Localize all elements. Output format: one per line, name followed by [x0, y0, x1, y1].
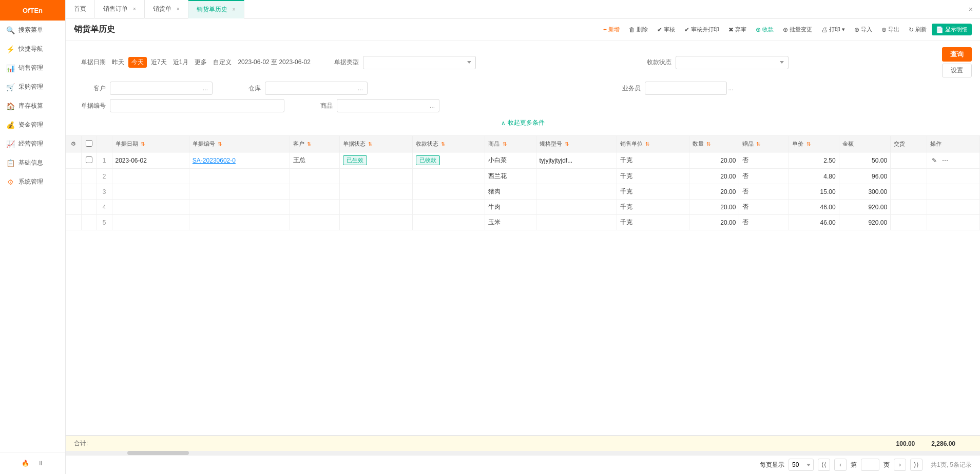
goods-ellipsis[interactable]: ... — [430, 102, 435, 109]
page-number-input[interactable]: 1 — [861, 459, 879, 471]
shortcut-custom[interactable]: 自定义 — [211, 57, 234, 68]
search-menu-icon: 🔍 — [6, 26, 14, 34]
sidebar-item-quick-nav[interactable]: ⚡ 快捷导航 — [0, 40, 65, 58]
select-all-checkbox[interactable] — [86, 140, 92, 147]
collect-button[interactable]: ⊕ 收款 — [752, 24, 778, 35]
col-pay-status[interactable]: 收款状态 ⇅ — [412, 136, 485, 152]
sidebar-item-base-info[interactable]: 📋 基础信息 — [0, 153, 65, 172]
salesperson-input[interactable] — [649, 85, 726, 92]
sidebar-item-sales-mgmt[interactable]: 📊 销售管理 — [0, 58, 65, 77]
doc-no-link[interactable]: SA-20230602-0 — [193, 157, 236, 164]
customer-ellipsis[interactable]: ... — [203, 85, 208, 92]
sidebar-item-sys-mgmt[interactable]: ⚙ 系统管理 — [0, 172, 65, 191]
col-gift[interactable]: 赠品 ⇅ — [739, 136, 789, 152]
filter-more[interactable]: ∧ 收起更多条件 — [74, 116, 972, 129]
shortcut-1month[interactable]: 近1月 — [171, 57, 191, 68]
row-checkbox-cell[interactable] — [81, 184, 97, 200]
tab-sales-history-close[interactable]: × — [233, 7, 236, 12]
row-doc-status-cell — [340, 215, 413, 230]
sidebar-item-search-menu[interactable]: 🔍 搜索菜单 — [0, 21, 65, 40]
customer-input[interactable] — [114, 85, 201, 92]
row-customer-cell — [290, 215, 340, 230]
new-button[interactable]: + 新增 — [599, 24, 624, 35]
col-checkbox[interactable] — [81, 136, 97, 152]
sidebar-item-finance-mgmt[interactable]: 💰 资金管理 — [0, 115, 65, 134]
audit-button[interactable]: ✔ 审核 — [653, 24, 679, 35]
row-amount-cell: 96.00 — [839, 169, 890, 184]
pay-status-select[interactable] — [676, 56, 789, 69]
audit-print-button[interactable]: ✔ 审核并打印 — [680, 24, 723, 35]
next-page-button[interactable]: › — [894, 459, 906, 471]
set-button[interactable]: 设置 — [942, 64, 972, 77]
row-doc-status-cell — [340, 184, 413, 200]
row-checkbox-cell[interactable] — [81, 169, 97, 184]
first-page-button[interactable]: ⟨⟨ — [818, 459, 830, 471]
warehouse-ellipsis[interactable]: ... — [358, 85, 363, 92]
show-detail-button[interactable]: 📄 显示明细 — [932, 24, 972, 35]
prev-page-button[interactable]: ‹ — [834, 459, 847, 471]
col-unit[interactable]: 销售单位 ⇅ — [617, 136, 689, 152]
import-button[interactable]: ⊕ 导入 — [850, 24, 876, 35]
tab-sales-order[interactable]: 销售订单 × — [95, 0, 145, 18]
shortcut-more[interactable]: 更多 — [193, 57, 209, 68]
pay-status-filter-group: 收款状态 — [640, 56, 936, 69]
row-checkbox-cell[interactable] — [81, 152, 97, 169]
sidebar-item-purchase-mgmt[interactable]: 🛒 采购管理 — [0, 77, 65, 96]
col-doc-date[interactable]: 单据日期 ⇅ — [112, 136, 189, 152]
tab-sales-delivery[interactable]: 销货单 × — [145, 0, 188, 18]
sidebar-item-ops-mgmt[interactable]: 📈 经营管理 — [0, 134, 65, 153]
shortcut-today[interactable]: 今天 — [128, 57, 147, 68]
row-num-cell: 1 — [97, 152, 112, 169]
row-customer-cell — [290, 184, 340, 200]
col-row-no — [97, 136, 112, 152]
export-button[interactable]: ⊕ 导出 — [877, 24, 904, 35]
col-settings[interactable]: ⚙ — [66, 136, 81, 152]
row-checkbox[interactable] — [86, 156, 92, 163]
col-doc-status[interactable]: 单据状态 ⇅ — [340, 136, 413, 152]
shortcut-yesterday[interactable]: 昨天 — [110, 57, 126, 68]
tab-home[interactable]: 首页 — [66, 0, 95, 18]
sidebar-pause-icon[interactable]: ⏸ — [37, 460, 44, 467]
row-checkbox-cell[interactable] — [81, 200, 97, 215]
chevron-up-icon: ∧ — [501, 120, 506, 127]
refresh-button[interactable]: ↻ 刷新 — [905, 24, 931, 35]
col-pay-status-label: 收款状态 — [416, 141, 438, 147]
col-spec[interactable]: 规格型号 ⇅ — [536, 136, 617, 152]
batch-change-button[interactable]: ⊕ 批量变更 — [779, 24, 816, 35]
doc-no-input[interactable] — [110, 99, 284, 112]
tab-sales-order-close[interactable]: × — [133, 6, 136, 12]
tab-sales-history[interactable]: 销货单历史 × — [188, 0, 244, 18]
settings-icon[interactable]: ⚙ — [71, 141, 76, 147]
print-button[interactable]: 🖨 打印 ▾ — [817, 24, 849, 35]
salesperson-ellipsis[interactable]: ... — [728, 85, 734, 92]
sidebar-fire-icon[interactable]: 🔥 — [22, 460, 29, 467]
col-goods[interactable]: 商品 ⇅ — [485, 136, 536, 152]
import-label: 导入 — [861, 26, 872, 33]
col-qty[interactable]: 数量 ⇅ — [689, 136, 739, 152]
col-doc-date-label: 单据日期 — [116, 141, 138, 147]
delete-button[interactable]: 🗑 删除 — [625, 24, 652, 35]
sort-icon-qty: ⇅ — [706, 141, 710, 147]
table-footer: 合计: 100.00 2,286.00 — [66, 435, 980, 451]
tab-close-all-icon[interactable]: × — [966, 5, 976, 13]
row-checkbox-cell[interactable] — [81, 215, 97, 230]
scrollbar-thumb[interactable] — [127, 451, 189, 455]
per-page-select[interactable]: 50 100 — [789, 459, 814, 471]
col-customer[interactable]: 客户 ⇅ — [290, 136, 340, 152]
col-doc-no[interactable]: 单据编号 ⇅ — [189, 136, 290, 152]
tab-sales-delivery-close[interactable]: × — [177, 6, 180, 12]
last-page-button[interactable]: ⟩⟩ — [910, 459, 923, 471]
row-amount-cell: 300.00 — [839, 184, 890, 200]
col-unit-price[interactable]: 单价 ⇅ — [789, 136, 839, 152]
goods-input[interactable] — [341, 102, 428, 109]
edit-action-button[interactable]: ✎ — [930, 157, 938, 164]
more-action-button[interactable]: ⋯ — [940, 157, 950, 164]
query-button[interactable]: 查询 — [942, 47, 972, 62]
sidebar-item-inventory[interactable]: 🏠 库存核算 — [0, 96, 65, 115]
warehouse-input[interactable] — [270, 85, 356, 92]
horizontal-scrollbar[interactable] — [66, 451, 980, 455]
type-select[interactable] — [363, 56, 476, 69]
discard-button[interactable]: ✖ 弃审 — [724, 24, 751, 35]
row-pay-status-cell — [412, 184, 485, 200]
shortcut-7days[interactable]: 近7天 — [149, 57, 169, 68]
